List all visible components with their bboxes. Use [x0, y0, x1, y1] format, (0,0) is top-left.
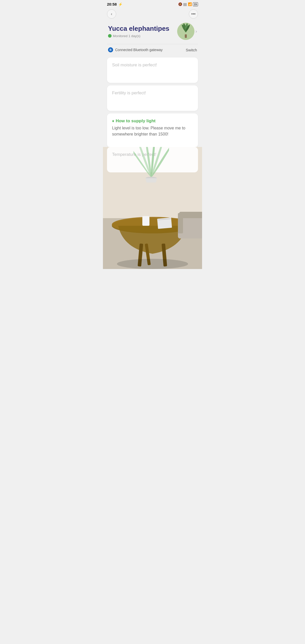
status-time: 20:58: [107, 2, 117, 6]
back-button[interactable]: ‹: [107, 9, 116, 19]
monitored-text: Monitored 1 day(s): [113, 34, 140, 38]
fertility-card: Fertility is perfect!: [107, 85, 198, 111]
light-card-desc: Light level is too low. Please move me t…: [112, 125, 193, 137]
wifi-icon: 📶: [188, 2, 192, 6]
light-card-title: ♦ How to supply light: [112, 118, 193, 124]
light-card-title-text: How to supply light: [116, 118, 156, 124]
light-alert-icon: ♦: [112, 119, 114, 123]
svg-point-28: [117, 259, 188, 269]
avatar-chevron-icon: ›: [195, 29, 197, 34]
plant-avatar-wrapper[interactable]: ›: [177, 23, 197, 40]
switch-button[interactable]: Switch: [186, 48, 197, 52]
bluetooth-bar: B Connected Bluetooth gateway Switch: [103, 44, 202, 55]
svg-rect-24: [142, 216, 149, 226]
bt-left: B Connected Bluetooth gateway: [108, 47, 163, 52]
status-right: 🔕 |||| 📶 15: [178, 2, 198, 6]
plant-header: Yucca elephantipes Monitored 1 day(s) ›: [103, 21, 202, 44]
back-icon: ‹: [111, 12, 112, 16]
fertility-text: Fertility is perfect!: [112, 91, 146, 95]
soil-moisture-text: Soil moisture is perfect!: [112, 63, 157, 67]
signal-icon: ||||: [183, 2, 187, 6]
light-card: ♦ How to supply light Light level is too…: [107, 113, 198, 147]
monitored-dot: [108, 34, 112, 38]
plant-info: Yucca elephantipes Monitored 1 day(s): [108, 25, 177, 38]
bottom-image-section: Temperature is perfect!: [103, 147, 202, 269]
bluetooth-circle-icon: B: [108, 47, 113, 52]
cards-section: Soil moisture is perfect! Fertility is p…: [103, 55, 202, 149]
avatar: [177, 23, 194, 40]
bluetooth-label: Connected Bluetooth gateway: [115, 48, 163, 52]
svg-rect-27: [178, 213, 183, 233]
more-button[interactable]: •••: [189, 9, 198, 19]
plant-decoration: [133, 147, 169, 184]
mute-icon: 🔕: [178, 2, 182, 6]
svg-rect-5: [185, 34, 187, 38]
plant-monitored: Monitored 1 day(s): [108, 34, 177, 38]
more-icon: •••: [191, 12, 196, 16]
plant-name: Yucca elephantipes: [108, 25, 177, 33]
status-left: 20:58 ⚡: [107, 2, 123, 6]
nav-bar: ‹ •••: [103, 7, 202, 21]
status-bar: 20:58 ⚡ 🔕 |||| 📶 15: [103, 0, 202, 7]
battery-indicator: 15: [193, 2, 198, 6]
bluetooth-icon: ⚡: [118, 2, 123, 6]
soil-moisture-card: Soil moisture is perfect!: [107, 57, 198, 83]
